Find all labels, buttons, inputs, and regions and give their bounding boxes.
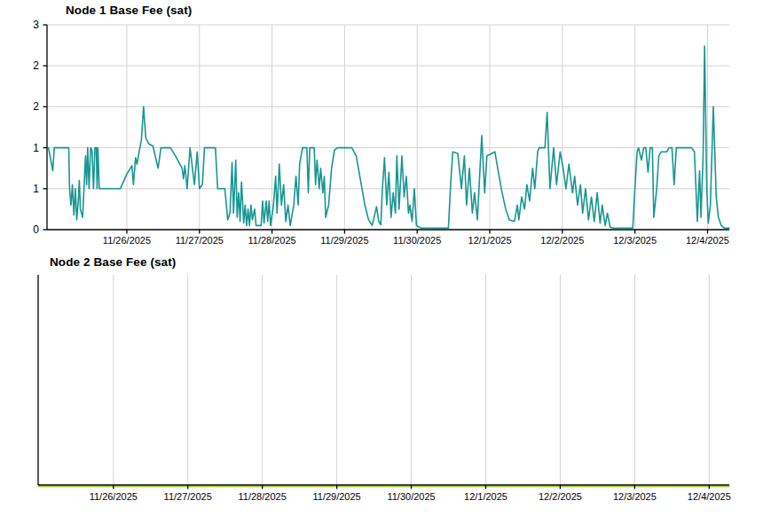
- x-tick-label: 11/28/2025: [239, 491, 287, 502]
- y-tick-label: 1: [33, 183, 39, 195]
- y-tick-label: 0: [33, 223, 39, 236]
- y-tick-label: 1: [33, 142, 39, 154]
- x-tick-label: 12/2/2025: [539, 491, 582, 502]
- x-tick-label: 11/29/2025: [320, 235, 368, 246]
- node2-base-fee-chart: 11/26/202511/27/202511/28/202511/29/2025…: [0, 253, 763, 532]
- x-tick-label: 11/30/2025: [393, 235, 441, 246]
- node1-base-fee-chart: 11/26/202511/27/202511/28/202511/29/2025…: [0, 0, 763, 253]
- x-tick-label: 12/4/2025: [688, 491, 731, 502]
- fee-dashboard: Node 1 Base Fee (sat) 11/26/202511/27/20…: [0, 0, 763, 532]
- x-tick-label: 12/2/2025: [540, 235, 584, 246]
- x-tick-label: 11/30/2025: [387, 491, 435, 502]
- x-tick-label: 12/1/2025: [468, 235, 512, 246]
- y-tick-label: 2: [33, 59, 39, 72]
- x-tick-label: 12/3/2025: [613, 491, 657, 502]
- x-tick-label: 12/4/2025: [686, 235, 729, 246]
- series-line-node1: [49, 46, 729, 228]
- x-tick-label: 11/27/2025: [176, 235, 224, 246]
- x-tick-label: 11/28/2025: [248, 235, 295, 246]
- y-tick-label: 3: [33, 19, 39, 31]
- y-tick-label: 2: [33, 100, 39, 113]
- x-tick-label: 11/27/2025: [164, 491, 212, 502]
- x-tick-label: 11/26/2025: [90, 491, 138, 502]
- x-tick-label: 12/3/2025: [613, 235, 657, 246]
- x-tick-label: 11/26/2025: [103, 235, 151, 246]
- x-tick-label: 12/1/2025: [464, 491, 507, 502]
- x-tick-label: 11/29/2025: [312, 491, 360, 502]
